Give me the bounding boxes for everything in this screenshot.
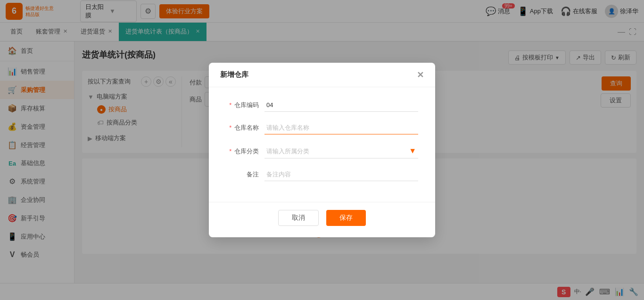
required-star: * (229, 101, 231, 108)
name-input[interactable] (264, 121, 418, 134)
category-row: * 仓库分类 ▼ (226, 144, 418, 158)
modal-overlay: 新增仓库 ✕ * 仓库编码 * 仓库名称 (0, 0, 644, 300)
required-star: * (229, 124, 231, 131)
name-row: * 仓库名称 (226, 121, 418, 134)
remark-row: 备注 (226, 168, 418, 181)
chevron-down-icon: ▼ (409, 147, 416, 155)
modal-close-button[interactable]: ✕ (417, 71, 424, 79)
new-warehouse-modal: 新增仓库 ✕ * 仓库编码 * 仓库名称 (209, 63, 435, 237)
category-input[interactable] (266, 148, 409, 155)
code-input[interactable] (264, 99, 418, 112)
save-button[interactable]: 保存 (326, 210, 366, 226)
remark-input[interactable] (264, 168, 418, 181)
cancel-button[interactable]: 取消 (278, 210, 319, 226)
category-select[interactable]: ▼ (264, 144, 418, 158)
modal-header: 新增仓库 ✕ (209, 63, 435, 87)
name-label: * 仓库名称 (226, 124, 259, 132)
category-label: * 仓库分类 (226, 147, 259, 156)
code-row: * 仓库编码 (226, 99, 418, 112)
code-label: * 仓库编码 (226, 101, 259, 109)
required-star: * (229, 148, 231, 155)
remark-label: 备注 (226, 170, 259, 179)
modal-body: * 仓库编码 * 仓库名称 * 仓库分类 (209, 87, 435, 202)
modal-footer: 取消 保存 (209, 202, 435, 237)
